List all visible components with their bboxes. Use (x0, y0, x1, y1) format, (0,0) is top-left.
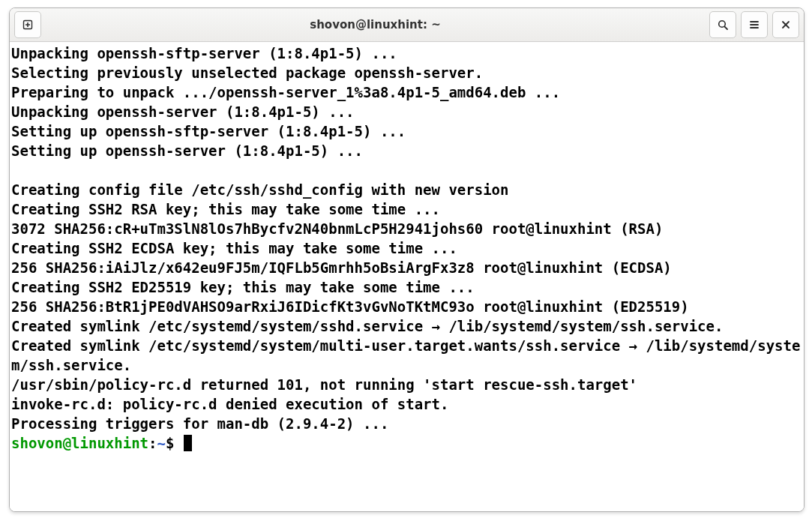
terminal-line: Created symlink /etc/systemd/system/mult… (11, 336, 802, 375)
prompt-at: @ (63, 435, 71, 451)
prompt-path: ~ (157, 435, 166, 451)
search-button[interactable] (709, 11, 736, 38)
terminal-line: Created symlink /etc/systemd/system/sshd… (11, 316, 802, 336)
prompt-space (174, 435, 182, 451)
terminal-line: /usr/sbin/policy-rc.d returned 101, not … (11, 375, 802, 394)
close-button[interactable] (772, 11, 799, 38)
terminal-line: Creating SSH2 RSA key; this may take som… (11, 199, 802, 219)
new-tab-button[interactable] (14, 11, 41, 38)
hamburger-icon (748, 19, 760, 31)
terminal-window: shovon@linuxhint: ~ (9, 7, 805, 512)
terminal-line: Selecting previously unselected package … (11, 63, 802, 82)
prompt-host: linuxhint (71, 435, 148, 451)
search-icon (717, 19, 729, 31)
svg-line-4 (724, 26, 727, 29)
titlebar: shovon@linuxhint: ~ (10, 8, 804, 42)
prompt-colon: : (148, 435, 157, 451)
terminal-line: Unpacking openssh-sftp-server (1:8.4p1-5… (11, 43, 802, 63)
close-icon (781, 19, 791, 30)
terminal-line: Creating SSH2 ECDSA key; this may take s… (11, 238, 802, 258)
terminal-body[interactable]: Unpacking openssh-sftp-server (1:8.4p1-5… (10, 42, 804, 511)
terminal-line: 3072 SHA256:cR+uTm3SlN8lOs7hBycfv2N40bnm… (11, 219, 802, 238)
terminal-line: 256 SHA256:iAiJlz/x642eu9FJ5m/IQFLb5Gmrh… (11, 258, 802, 277)
terminal-line: 256 SHA256:BtR1jPE0dVAHSO9arRxiJ6IDicfKt… (11, 297, 802, 316)
terminal-line: Setting up openssh-sftp-server (1:8.4p1-… (11, 121, 802, 141)
terminal-line: Preparing to unpack .../openssh-server_1… (11, 82, 802, 102)
terminal-line: Creating config file /etc/ssh/sshd_confi… (11, 180, 802, 199)
prompt-symbol: $ (166, 435, 174, 451)
terminal-line (11, 160, 802, 180)
terminal-line: Creating SSH2 ED25519 key; this may take… (11, 277, 802, 297)
terminal-prompt-line[interactable]: shovon@linuxhint:~$ (11, 433, 802, 453)
window-title: shovon@linuxhint: ~ (46, 18, 705, 31)
terminal-line: Processing triggers for man-db (2.9.4-2)… (11, 414, 802, 433)
cursor-block (184, 435, 192, 451)
new-tab-icon (22, 19, 34, 31)
terminal-line: invoke-rc.d: policy-rc.d denied executio… (11, 394, 802, 414)
terminal-line: Setting up openssh-server (1:8.4p1-5) ..… (11, 141, 802, 160)
menu-button[interactable] (741, 11, 768, 38)
prompt-user: shovon (11, 435, 63, 451)
terminal-line: Unpacking openssh-server (1:8.4p1-5) ... (11, 102, 802, 121)
